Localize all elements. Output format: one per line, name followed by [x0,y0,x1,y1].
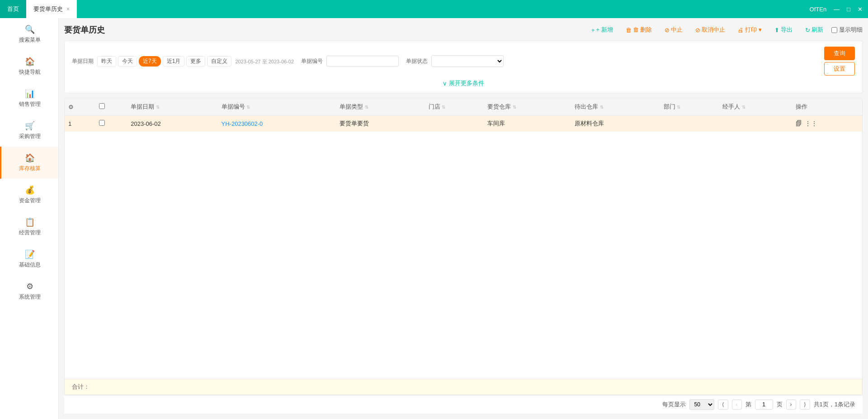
prev-page-btn[interactable]: ‹ [732,400,742,409]
tab-close-icon[interactable]: × [66,6,70,12]
status-select[interactable] [431,55,504,67]
col-handler[interactable]: 经手人 ⇅ [719,98,792,116]
sidebar-item-sales[interactable]: 📊 销售管理 [0,82,58,114]
page-summary: 共1页，1条记录 [814,400,855,409]
sidebar-item-quick-nav[interactable]: 🏠 快捷导航 [0,50,58,82]
col-doctype[interactable]: 单据类型 ⇅ [336,98,425,116]
sidebar-item-search[interactable]: 🔍 搜索菜单 [0,18,58,50]
delete-icon: 🗑 [626,27,632,33]
sidebar-item-label: 采购管理 [19,133,41,140]
date-range-buttons: 昨天 今天 近7天 近1月 更多 自定义 [97,56,231,67]
first-page-btn[interactable]: ⟨ [718,400,728,409]
row-docno: YH-20230602-0 [218,116,336,132]
top-bar-right: OfTEn — □ ✕ [810,6,868,13]
sidebar-item-label: 快捷导航 [19,68,41,76]
doc-no-link[interactable]: YH-20230602-0 [222,120,263,127]
row-select-checkbox[interactable] [99,120,105,126]
sidebar: 🔍 搜索菜单 🏠 快捷导航 📊 销售管理 🛒 采购管理 🏠 库存核算 💰 资金管… [0,18,59,419]
sales-icon: 📊 [25,89,35,99]
status-label: 单据状态 [406,57,428,65]
filter-actions: 查询 设置 [824,47,855,76]
sidebar-item-purchase[interactable]: 🛒 采购管理 [0,114,58,147]
sidebar-item-label: 搜索菜单 [19,36,41,44]
last-page-btn[interactable]: ⟩ [800,400,810,409]
col-dept[interactable]: 部门 ⇅ [660,98,719,116]
view-action-icon[interactable]: 🗐 [796,120,802,127]
close-window-btn[interactable]: ✕ [858,6,863,13]
delete-button[interactable]: 🗑 🗑 删除 [621,24,657,36]
print-button[interactable]: 🖨 打印 ▾ [733,24,766,36]
page-size-label: 每页显示 [662,400,686,409]
filter-bar: 单据日期 昨天 今天 近7天 近1月 更多 自定义 2023-05-27 至 2… [64,41,863,93]
operations-icon: 📋 [25,217,35,227]
sidebar-item-label: 资金管理 [19,197,41,205]
tab-requisition-history[interactable]: 要货单历史 × [26,0,77,18]
content-area: 要货单历史 + + 新增 🗑 🗑 删除 ⊘ 中止 ⊘ 取消中止 [59,18,868,419]
sidebar-item-basic-info[interactable]: 📝 基础信息 [0,243,58,275]
doc-no-input[interactable] [326,56,399,67]
show-detail-checkbox[interactable]: 显示明细 [831,26,863,34]
sidebar-item-finance[interactable]: 💰 资金管理 [0,179,58,211]
date-btn-yesterday[interactable]: 昨天 [97,56,116,67]
tab-home[interactable]: 首页 [0,0,26,18]
export-icon: ⬆ [774,27,779,33]
purchase-icon: 🛒 [25,121,35,131]
doc-no-label: 单据编号 [301,57,323,65]
page-label: 第 [745,400,751,409]
row-doctype: 要货单要货 [336,116,425,132]
data-table: ⚙ 单据日期 ⇅ 单据编号 ⇅ 单据类型 ⇅ 门店 ⇅ 要货仓库 ⇅ 待出仓库 … [65,98,862,132]
more-action-icon[interactable]: ⋮⋮ [805,120,817,127]
doc-no-filter-group: 单据编号 [301,56,399,67]
col-store[interactable]: 门店 ⇅ [425,98,484,116]
new-button[interactable]: + + 新增 [587,24,618,36]
row-checkbox [95,116,127,132]
col-pending-warehouse[interactable]: 待出仓库 ⇅ [571,98,660,116]
toolbar: + + 新增 🗑 🗑 删除 ⊘ 中止 ⊘ 取消中止 🖨 打印 ▾ [587,24,863,36]
maximize-btn[interactable]: □ [847,6,850,13]
brand-label: OfTEn [810,6,827,13]
sidebar-item-label: 库存核算 [19,165,41,172]
row-date: 2023-06-02 [127,116,217,132]
export-button[interactable]: ⬆ 导出 [770,24,797,36]
row-index: 1 [65,116,95,132]
date-btn-more[interactable]: 更多 [186,56,205,67]
date-btn-1month[interactable]: 近1月 [163,56,185,67]
date-range-text: 2023-05-27 至 2023-06-02 [235,58,294,65]
date-btn-7days[interactable]: 近7天 [139,56,161,67]
row-handler [719,116,792,132]
page-input[interactable]: 1 [755,400,773,409]
refresh-button[interactable]: ↻ 刷新 [801,24,828,36]
top-bar: 首页 要货单历史 × OfTEn — □ ✕ [0,0,868,18]
expand-more-btn[interactable]: ∨ 展开更多条件 [72,79,855,87]
main-layout: 🔍 搜索菜单 🏠 快捷导航 📊 销售管理 🛒 采购管理 🏠 库存核算 💰 资金管… [0,18,868,419]
sidebar-item-operations[interactable]: 📋 经营管理 [0,211,58,243]
col-req-warehouse[interactable]: 要货仓库 ⇅ [484,98,571,116]
table-row: 1 2023-06-02 YH-20230602-0 要货单要货 车间库 原材料… [65,116,862,132]
sidebar-item-system[interactable]: ⚙ 系统管理 [0,275,58,307]
date-filter-group: 单据日期 昨天 今天 近7天 近1月 更多 自定义 2023-05-27 至 2… [72,56,294,67]
select-all-checkbox[interactable] [99,103,105,109]
filter-settings-button[interactable]: 设置 [824,62,855,76]
inventory-icon: 🏠 [25,153,35,163]
next-page-btn[interactable]: › [786,400,796,409]
col-settings[interactable]: ⚙ [65,98,95,116]
sidebar-item-inventory[interactable]: 🏠 库存核算 [0,147,58,179]
query-button[interactable]: 查询 [824,47,855,60]
col-docno[interactable]: 单据编号 ⇅ [218,98,336,116]
minimize-btn[interactable]: — [834,6,840,13]
page-size-select[interactable]: 50 100 200 [689,399,714,410]
new-icon: + [591,27,595,33]
date-btn-today[interactable]: 今天 [118,56,137,67]
cancel-stop-button[interactable]: ⊘ 取消中止 [691,24,730,36]
pagination: 每页显示 50 100 200 ⟨ ‹ 第 1 页 › ⟩ 共1页，1条记录 [64,395,863,414]
col-checkbox [95,98,127,116]
sidebar-item-label: 销售管理 [19,100,41,108]
status-filter-group: 单据状态 [406,55,504,67]
show-detail-input[interactable] [831,27,837,33]
row-dept [660,116,719,132]
stop-button[interactable]: ⊘ 中止 [660,24,687,36]
date-btn-custom[interactable]: 自定义 [207,56,231,67]
col-date[interactable]: 单据日期 ⇅ [127,98,217,116]
sidebar-item-label: 基础信息 [19,261,41,269]
print-icon: 🖨 [738,27,744,33]
